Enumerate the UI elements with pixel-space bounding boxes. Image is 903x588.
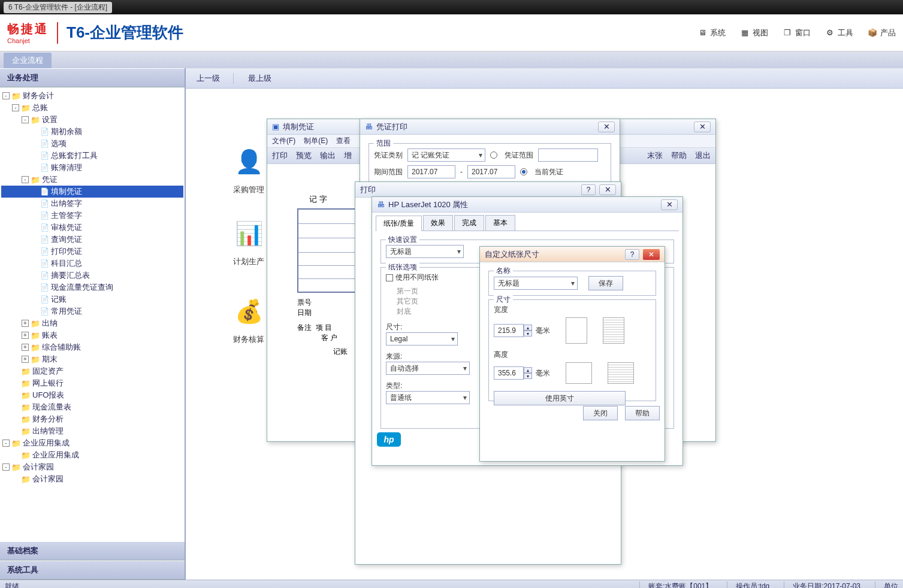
height-spinner[interactable]: 355.6 ▲▼ [494,366,532,380]
menu-view[interactable]: ▦视图 [740,28,768,38]
expand-icon[interactable]: - [2,463,10,471]
tool-help[interactable]: 帮助 [671,150,687,161]
sidebar-header-biz[interactable]: 业务处理 [0,68,185,87]
portrait-lines-icon[interactable] [603,317,624,344]
tree-item[interactable]: -📁财务会计 [1,90,183,102]
spin-down-icon[interactable]: ▼ [524,331,532,337]
sidebar-header-base[interactable]: 基础档案 [0,541,185,560]
tree-item[interactable]: 📄账簿清理 [1,162,183,174]
tool-print[interactable]: 打印 [272,150,288,161]
landscape-icon[interactable] [566,362,592,384]
name-select[interactable]: 无标题 [494,277,578,290]
crumb-top[interactable]: 最上级 [248,73,285,84]
use-inch-button[interactable]: 使用英寸 [494,391,626,405]
menu-window[interactable]: ❐窗口 [783,28,811,38]
tab-basic[interactable]: 基本 [485,215,515,231]
help-icon[interactable]: ? [581,184,596,195]
tree-item[interactable]: 📁UFO报表 [1,389,183,401]
tree-item[interactable]: 📄打印凭证 [1,245,183,257]
tree-item[interactable]: 📁会计家园 [1,473,183,485]
spin-up-icon[interactable]: ▲ [524,325,532,331]
tree-item[interactable]: 📁现金流量表 [1,401,183,413]
tree-item[interactable]: -📁会计家园 [1,461,183,473]
expand-icon[interactable]: + [22,344,29,351]
tree-item[interactable]: -📁企业应用集成 [1,437,183,449]
close-button[interactable]: 关闭 [583,406,618,420]
size-select[interactable]: Legal [386,332,458,345]
tree-item[interactable]: 📄主管签字 [1,210,183,222]
expand-icon[interactable]: - [12,104,19,111]
tree-item[interactable]: 📄期初余额 [1,126,183,138]
help-icon[interactable]: ? [625,249,639,260]
expand-icon[interactable]: - [22,176,29,183]
expand-icon[interactable]: + [22,356,29,363]
tree-item[interactable]: 📄摘要汇总表 [1,269,183,281]
tree-item[interactable]: 📄科目汇总 [1,257,183,269]
tab-finish[interactable]: 完成 [454,215,484,231]
menu-product[interactable]: 📦产品 [868,28,896,38]
save-button[interactable]: 保存 [588,276,623,290]
tree-item[interactable]: 📁网上银行 [1,377,183,389]
vtype-select[interactable]: 记 记账凭证 [407,148,485,162]
vrange-radio[interactable] [490,151,497,159]
width-spinner[interactable]: 215.9 ▲▼ [494,324,532,337]
menu-entry[interactable]: 制单(E) [304,136,328,146]
tree-item[interactable]: 📁财务分析 [1,413,183,425]
expand-icon[interactable]: + [22,320,29,327]
expand-icon[interactable]: - [22,116,29,123]
tree-item[interactable]: 📄记账 [1,293,183,305]
tab-effect[interactable]: 效果 [423,215,453,231]
expand-icon[interactable]: + [22,332,29,339]
quick-select[interactable]: 无标题 [386,245,464,258]
close-icon[interactable]: ✕ [643,249,660,260]
spin-up-icon[interactable]: ▲ [524,367,532,373]
period-from-input[interactable]: 2017.07 [407,165,455,178]
tree-item[interactable]: 📄常用凭证 [1,305,183,317]
tree-item[interactable]: 📄填制凭证 [1,186,183,198]
crumb-up[interactable]: 上一级 [197,73,234,84]
tree-item[interactable]: -📁总账 [1,102,183,114]
custom-titlebar[interactable]: 自定义纸张尺寸 ? ✕ [480,247,665,262]
tool-export[interactable]: 输出 [320,150,336,161]
tree-item[interactable]: 📄总账套打工具 [1,150,183,162]
tree-item[interactable]: 📄出纳签字 [1,198,183,210]
tree-item[interactable]: 📁出纳管理 [1,425,183,437]
close-icon[interactable]: ✕ [598,122,615,132]
tool-exit[interactable]: 退出 [695,150,711,161]
tree-item[interactable]: 📄现金流量凭证查询 [1,281,183,293]
tree-item[interactable]: +📁账表 [1,329,183,341]
nav-tree[interactable]: -📁财务会计-📁总账-📁设置📄期初余额📄选项📄总账套打工具📄账簿清理-📁凭证📄填… [0,87,185,541]
tree-item[interactable]: +📁综合辅助账 [1,341,183,353]
help-button[interactable]: 帮助 [625,406,660,420]
tab-enterprise-flow[interactable]: 企业流程 [4,53,52,68]
printdlg-titlebar[interactable]: 打印 ? ✕ [355,182,621,198]
vprint-titlebar[interactable]: 🖶凭证打印 ✕ [360,119,620,135]
close-icon[interactable]: ✕ [661,199,678,210]
tree-item[interactable]: -📁设置 [1,114,183,126]
tree-item[interactable]: 📁固定资产 [1,365,183,377]
tree-item[interactable]: -📁凭证 [1,174,183,186]
period-to-input[interactable]: 2017.07 [467,165,515,178]
tree-item[interactable]: 📄选项 [1,138,183,150]
tool-preview[interactable]: 预览 [296,150,312,161]
tree-item[interactable]: +📁期末 [1,353,183,365]
expand-icon[interactable]: - [2,92,10,99]
portrait-icon[interactable] [566,317,587,344]
menu-view2[interactable]: 查看 [336,136,351,146]
tree-item[interactable]: 📄查询凭证 [1,234,183,245]
tab-paper-quality[interactable]: 纸张/质量 [376,216,422,231]
type-select[interactable]: 普通纸 [386,391,470,404]
menu-system[interactable]: 🖥系统 [697,28,726,38]
current-radio[interactable] [520,168,527,175]
tree-item[interactable]: 📄审核凭证 [1,222,183,234]
vrange-input[interactable] [538,148,598,162]
diffpaper-checkbox[interactable] [386,274,393,281]
close-icon[interactable]: ✕ [599,184,616,195]
menu-tools[interactable]: ⚙工具 [825,28,853,38]
close-icon[interactable]: ✕ [694,122,711,132]
props-titlebar[interactable]: 🖶HP LaserJet 1020 属性 ✕ [372,197,682,213]
expand-icon[interactable]: - [2,440,10,447]
tree-item[interactable]: 📁企业应用集成 [1,449,183,461]
tree-item[interactable]: +📁出纳 [1,317,183,329]
sidebar-header-sys[interactable]: 系统工具 [0,560,185,580]
